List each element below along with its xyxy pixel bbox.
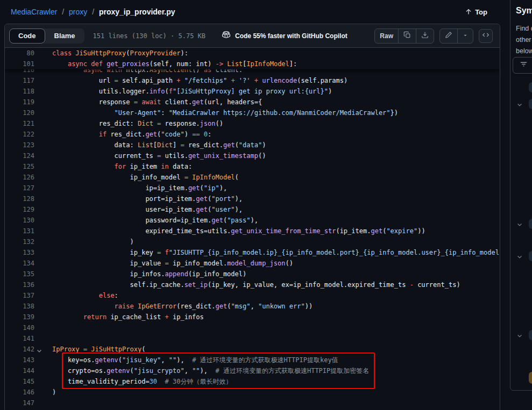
symbol-item-pill[interactable] xyxy=(529,330,532,340)
code-line: 140 xyxy=(5,322,500,333)
copilot-banner[interactable]: Code 55% faster with GitHub Copilot xyxy=(222,30,347,41)
symbols-panel: Symbols Find definitions and references … xyxy=(510,0,532,391)
symbol-item-pill-active[interactable] xyxy=(529,372,532,384)
line-number[interactable]: 145 xyxy=(5,376,44,387)
symbols-desc-line: below or in the code. xyxy=(516,46,532,57)
line-number[interactable]: 80 xyxy=(5,48,44,59)
page-header: MediaCrawler / proxy / proxy_ip_provider… xyxy=(0,0,500,24)
code-rows: 117 url = self.api_path + "/fetchips" + … xyxy=(5,75,500,408)
line-number[interactable]: 141 xyxy=(5,333,44,344)
line-number[interactable]: 147 xyxy=(5,398,44,408)
symbols-sidebar: Symbols Find definitions and references … xyxy=(509,0,532,410)
download-button[interactable] xyxy=(416,29,434,43)
back-to-top-link[interactable]: Top xyxy=(465,0,487,24)
breadcrumb: MediaCrawler / proxy / proxy_ip_provider… xyxy=(11,8,175,16)
code-line: 137 else: xyxy=(5,290,500,301)
code-line: 125 for ip_item in data: xyxy=(5,161,500,172)
symbol-item-pill[interactable] xyxy=(529,219,532,229)
code-line: 122 if res_dict.get("code") == 0: xyxy=(5,129,500,140)
breadcrumb-current-file: proxy_ip_provider.py xyxy=(99,8,175,16)
edit-button[interactable] xyxy=(440,29,457,43)
line-number[interactable]: 137 xyxy=(5,290,44,301)
breadcrumb-folder-link[interactable]: proxy xyxy=(69,8,87,16)
code-text: expired_time_ts=utils.get_unix_time_from… xyxy=(44,226,500,236)
chevron-down-icon[interactable] xyxy=(516,253,523,259)
arrow-up-icon xyxy=(465,8,472,16)
file-info-text: 151 lines (130 loc) · 5.75 KB xyxy=(93,32,206,40)
code-text: time_validity_period=30 # 30分钟（最长时效） xyxy=(44,376,500,387)
code-line: 144 crypto=os.getenv("jisu_crypto", ""),… xyxy=(5,365,500,376)
line-number[interactable]: 135 xyxy=(5,269,44,279)
line-number[interactable]: 125 xyxy=(5,161,44,172)
symbol-item-pill[interactable] xyxy=(529,99,532,109)
line-number[interactable]: 116 xyxy=(5,69,44,75)
symbol-item-pill[interactable] xyxy=(529,82,532,92)
code-line: 127 ip=ip_item.get("ip"), xyxy=(5,183,500,193)
code-line: 138 raise IpGetError(res_dict.get("msg",… xyxy=(5,301,500,312)
raw-button[interactable]: Raw xyxy=(375,29,398,43)
symbol-item-pill[interactable] xyxy=(529,251,532,261)
chevron-down-icon[interactable] xyxy=(516,100,523,107)
line-number[interactable]: 131 xyxy=(5,226,44,236)
line-number[interactable]: 121 xyxy=(5,118,44,129)
toolbar-actions: Raw xyxy=(374,28,493,44)
code-symbols-icon xyxy=(482,31,490,41)
file-toolbar: Code Blame 151 lines (130 loc) · 5.75 KB… xyxy=(5,24,500,48)
line-number[interactable]: 127 xyxy=(5,183,44,193)
collapse-chevron-icon[interactable] xyxy=(36,346,42,353)
code-line: 136 self.ip_cache.set_ip(ip_key, ip_valu… xyxy=(5,279,500,290)
code-text: IpProxy = JiSuHttpProxy( xyxy=(44,344,500,355)
line-number[interactable]: 119 xyxy=(5,97,44,107)
symbols-desc-line: Find definitions and references for func… xyxy=(516,23,532,34)
breadcrumb-separator: / xyxy=(92,8,94,16)
chevron-down-icon[interactable] xyxy=(516,332,523,338)
line-number[interactable]: 120 xyxy=(5,107,44,118)
line-number[interactable]: 117 xyxy=(5,75,44,86)
line-number[interactable]: 146 xyxy=(5,387,44,398)
breadcrumb-repo-link[interactable]: MediaCrawler xyxy=(11,8,57,16)
line-number[interactable]: 134 xyxy=(5,258,44,269)
line-number[interactable]: 126 xyxy=(5,172,44,183)
code-blame-switch: Code Blame xyxy=(9,28,84,44)
line-number[interactable]: 132 xyxy=(5,236,44,247)
code-line: 101 async def get_proxies(self, num: int… xyxy=(5,59,500,69)
line-number[interactable]: 138 xyxy=(5,301,44,312)
code-text: ip_info_model = IpInfoModel( xyxy=(44,172,500,183)
symbols-filter-button[interactable] xyxy=(513,57,532,74)
line-number[interactable]: 144 xyxy=(5,365,44,376)
edit-pencil-icon xyxy=(445,31,452,40)
code-line: 143 key=os.getenv("jisu_key", ""), # 通过环… xyxy=(5,355,500,365)
symbols-panel-description: Find definitions and references for func… xyxy=(516,23,532,57)
symbols-panel-title: Symbols xyxy=(516,6,532,16)
code-text: res_dict: Dict = response.json() xyxy=(44,118,500,129)
symbols-panel-toggle[interactable] xyxy=(479,29,493,43)
line-number[interactable]: 140 xyxy=(5,322,44,333)
line-number[interactable]: 133 xyxy=(5,247,44,258)
line-number[interactable]: 118 xyxy=(5,86,44,97)
code-line: 142IpProxy = JiSuHttpProxy( xyxy=(5,344,500,355)
line-number[interactable]: 139 xyxy=(5,312,44,322)
line-number[interactable]: 122 xyxy=(5,129,44,140)
chevron-down-icon[interactable] xyxy=(516,220,523,227)
code-text: data: List[Dict] = res_dict.get("data") xyxy=(44,140,500,150)
edit-dropdown-button[interactable] xyxy=(457,29,473,43)
line-number[interactable]: 136 xyxy=(5,279,44,290)
code-line: 117 url = self.api_path + "/fetchips" + … xyxy=(5,75,500,86)
line-number[interactable]: 123 xyxy=(5,140,44,150)
code-text xyxy=(44,333,500,344)
code-line: 147 xyxy=(5,398,500,408)
tab-blame[interactable]: Blame xyxy=(45,28,84,44)
code-line: 145 time_validity_period=30 # 30分钟（最长时效） xyxy=(5,376,500,387)
line-number[interactable]: 130 xyxy=(5,215,44,226)
line-number[interactable]: 143 xyxy=(5,355,44,365)
code-text: port=ip_item.get("port"), xyxy=(44,193,500,204)
line-number[interactable]: 124 xyxy=(5,150,44,161)
line-number[interactable]: 129 xyxy=(5,204,44,215)
line-number[interactable]: 101 xyxy=(5,59,44,69)
code-line: 120 "User-Agent": "MediaCrawler https://… xyxy=(5,107,500,118)
copy-button[interactable] xyxy=(398,29,416,43)
line-number[interactable]: 128 xyxy=(5,193,44,204)
code-text: password=ip_item.get("pass"), xyxy=(44,215,500,226)
tab-code[interactable]: Code xyxy=(9,28,45,44)
code-line: 134 ip_value = ip_info_model.model_dump_… xyxy=(5,258,500,269)
